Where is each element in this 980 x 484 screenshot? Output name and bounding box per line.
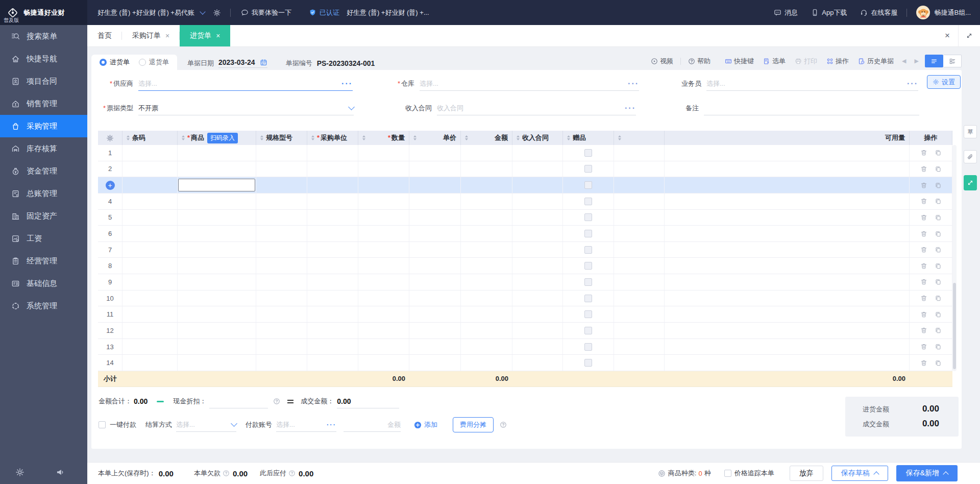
table-scrollbar[interactable]	[952, 145, 957, 371]
cell-gift[interactable]	[563, 339, 614, 355]
product-switcher[interactable]: 好生意 (普) +好业财 (普) +易代账	[97, 8, 205, 17]
cell-price[interactable]	[409, 323, 461, 338]
cell-product[interactable]	[178, 274, 256, 290]
cell-barcode[interactable]	[122, 355, 178, 371]
cell-contract[interactable]	[512, 145, 563, 161]
user-name[interactable]: 畅捷通B组...	[934, 8, 971, 17]
cell-spec[interactable]	[256, 193, 307, 209]
cell-spec[interactable]	[256, 226, 307, 241]
cell-contract[interactable]	[512, 258, 563, 274]
cell-spec[interactable]	[256, 323, 307, 338]
cell-spec[interactable]	[256, 161, 307, 177]
cell-actions[interactable]	[910, 193, 952, 209]
more-options-icon[interactable]	[625, 104, 636, 112]
cell-contract[interactable]	[512, 306, 563, 322]
sort-icon[interactable]	[567, 135, 570, 140]
cell-barcode[interactable]	[122, 306, 178, 322]
cell-unit[interactable]	[307, 306, 358, 322]
cell-spec[interactable]	[256, 177, 307, 193]
cell-actions[interactable]	[910, 210, 952, 226]
close-all-icon[interactable]	[937, 25, 958, 46]
cell-rownum[interactable]: +	[98, 177, 122, 193]
copy-row-icon[interactable]	[935, 149, 942, 156]
copy-row-icon[interactable]	[935, 165, 942, 173]
cell-actions[interactable]	[910, 177, 952, 193]
cell-extra[interactable]	[614, 161, 665, 177]
cell-available[interactable]	[665, 306, 910, 322]
cell-available[interactable]	[665, 242, 910, 258]
abandon-button[interactable]: 放弃	[790, 466, 823, 481]
gift-checkbox[interactable]	[584, 165, 592, 173]
sort-icon[interactable]	[362, 135, 365, 140]
sort-icon[interactable]	[311, 135, 314, 140]
sort-icon[interactable]	[260, 135, 263, 140]
col-header-product[interactable]: *商品扫码录入	[178, 131, 256, 145]
add-payment-button[interactable]: 添加	[414, 420, 437, 429]
cell-qty[interactable]	[358, 306, 409, 322]
cell-qty[interactable]	[358, 291, 409, 306]
cell-contract[interactable]	[512, 177, 563, 193]
sort-icon[interactable]	[517, 135, 520, 140]
cell-qty[interactable]	[358, 210, 409, 226]
copy-row-icon[interactable]	[935, 230, 942, 237]
delete-row-icon[interactable]	[920, 295, 927, 302]
gift-checkbox[interactable]	[584, 149, 592, 157]
cell-extra[interactable]	[614, 274, 665, 290]
cell-amount[interactable]	[461, 323, 512, 338]
expand-button[interactable]	[964, 175, 977, 190]
cell-amount[interactable]	[461, 306, 512, 322]
copy-row-icon[interactable]	[935, 295, 942, 302]
cell-spec[interactable]	[256, 242, 307, 258]
cell-amount[interactable]	[461, 339, 512, 355]
cell-qty[interactable]	[358, 355, 409, 371]
cell-barcode[interactable]	[122, 193, 178, 209]
cell-product[interactable]	[178, 291, 256, 306]
cell-contract[interactable]	[512, 323, 563, 338]
cell-available[interactable]	[665, 258, 910, 274]
cell-barcode[interactable]	[122, 177, 178, 193]
cell-barcode[interactable]	[122, 210, 178, 226]
header-settings-button[interactable]: 设置	[927, 75, 961, 89]
cell-gift[interactable]	[563, 306, 614, 322]
cell-contract[interactable]	[512, 161, 563, 177]
cell-barcode[interactable]	[122, 274, 178, 290]
copy-row-icon[interactable]	[935, 246, 942, 253]
list-view-toggle[interactable]	[925, 55, 943, 67]
gift-checkbox[interactable]	[584, 359, 592, 367]
account-products[interactable]: 好生意 (普) +好业财 (普) +...	[347, 8, 429, 17]
col-header-qty[interactable]: *数量	[358, 131, 409, 145]
gift-checkbox[interactable]	[584, 278, 592, 286]
sort-icon[interactable]	[127, 135, 130, 140]
cell-rownum[interactable]: 8	[98, 258, 122, 274]
cell-price[interactable]	[409, 161, 461, 177]
copy-row-icon[interactable]	[935, 311, 942, 318]
announcement-horn-icon[interactable]	[55, 468, 64, 477]
cell-available[interactable]	[665, 291, 910, 306]
gift-checkbox[interactable]	[584, 295, 592, 302]
more-options-icon[interactable]	[628, 80, 639, 88]
cell-qty[interactable]	[358, 258, 409, 274]
cell-unit[interactable]	[307, 177, 358, 193]
cell-spec[interactable]	[256, 306, 307, 322]
operations-button[interactable]: 操作	[826, 57, 849, 66]
cell-spec[interactable]	[256, 145, 307, 161]
cell-rownum[interactable]: 12	[98, 323, 122, 338]
delete-row-icon[interactable]	[920, 343, 927, 350]
cell-actions[interactable]	[910, 242, 952, 258]
shortcut-keys-button[interactable]: 快捷键	[725, 57, 754, 66]
sidebar-item-clipboard[interactable]: 经营管理	[0, 250, 87, 272]
cell-contract[interactable]	[512, 242, 563, 258]
cell-unit[interactable]	[307, 145, 358, 161]
close-tab-icon[interactable]	[165, 32, 169, 39]
save-and-new-button[interactable]: 保存&新增	[896, 465, 958, 481]
cell-actions[interactable]	[910, 274, 952, 290]
cell-unit[interactable]	[307, 274, 358, 290]
cell-amount[interactable]	[461, 258, 512, 274]
cell-price[interactable]	[409, 274, 461, 290]
sidebar-item-warehouse[interactable]: 库存核算	[0, 137, 87, 160]
deal-amount-input[interactable]: 0.00	[337, 394, 399, 408]
help-icon[interactable]	[273, 398, 280, 405]
cell-actions[interactable]	[910, 355, 952, 371]
cell-unit[interactable]	[307, 193, 358, 209]
cell-product[interactable]	[178, 258, 256, 274]
